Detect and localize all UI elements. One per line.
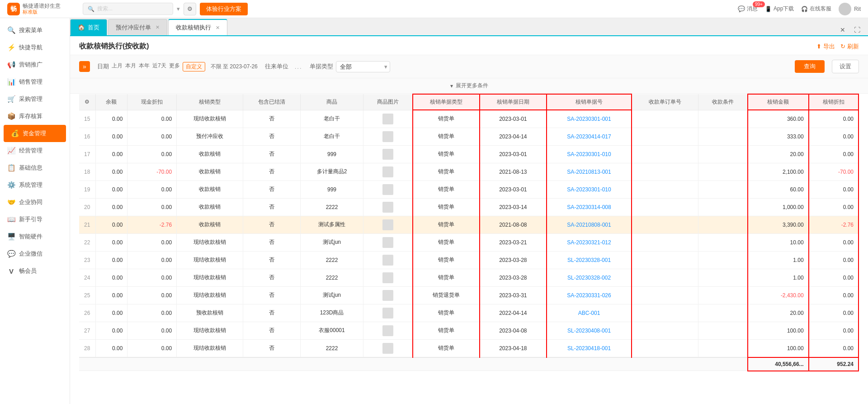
td-writeoff-amount: 3,390.00	[748, 216, 809, 233]
td-writeoff-discount: 0.00	[809, 269, 859, 286]
sidebar-item-quick-nav[interactable]: ⚡ 快捷导航	[0, 39, 70, 56]
voucher-type-select[interactable]: 全部	[336, 61, 390, 72]
sidebar-item-guide[interactable]: 📖 新手引导	[0, 211, 70, 228]
td-receipt-order-no	[632, 286, 698, 304]
maximize-button[interactable]: ⛶	[852, 24, 863, 35]
voucher-no-link[interactable]: SA-20230414-017	[567, 133, 611, 140]
td-writeoff-type: 预收款核销	[177, 304, 243, 322]
td-voucher-type: 销货单	[413, 181, 480, 198]
filter-expand-button[interactable]: »	[79, 61, 90, 72]
message-icon[interactable]: 💬 消息 99+	[738, 5, 758, 13]
td-writeoff-discount: 0.00	[809, 198, 859, 216]
close-icon[interactable]: ✕	[156, 24, 160, 30]
voucher-no-link[interactable]: SA-20230301-010	[567, 186, 611, 193]
td-writeoff-amount: 1.00	[748, 269, 809, 286]
date-this-year[interactable]: 本年	[139, 62, 150, 71]
td-writeoff-discount: 0.00	[809, 339, 859, 357]
td-writeoff-discount: 0.00	[809, 251, 859, 269]
refresh-button[interactable]: ↻ 刷新	[840, 43, 859, 51]
sidebar-item-collab[interactable]: 🤝 企业协同	[0, 194, 70, 211]
sidebar-item-marketing[interactable]: 📢 营销推广	[0, 56, 70, 73]
chevron-down-icon[interactable]: ▾	[177, 5, 180, 12]
td-voucher-no: SA-20210808-001	[547, 216, 632, 233]
sidebar-item-purchase[interactable]: 🛒 采购管理	[0, 90, 70, 108]
date-range-display: 不限 至 2023-07-26	[211, 63, 258, 71]
date-7days[interactable]: 近7天	[152, 62, 166, 71]
settings-button[interactable]: 设置	[832, 60, 859, 73]
td-goods-img	[363, 322, 413, 339]
td-writeoff-discount: -70.00	[809, 163, 859, 181]
sidebar-item-label: 经营管理	[19, 147, 42, 155]
voucher-no-link[interactable]: SA-20230331-026	[567, 292, 611, 299]
date-quick-links: 上月 本月 本年 近7天 更多 自定义	[112, 62, 205, 71]
voucher-no-link[interactable]: SL-20230408-001	[567, 328, 611, 334]
td-receipt-condition	[698, 110, 748, 128]
td-receipt-condition	[698, 304, 748, 322]
td-voucher-type: 销货单	[413, 322, 480, 339]
app-download[interactable]: 📱 App下载	[765, 5, 794, 13]
td-voucher-no: SL-20230328-001	[547, 251, 632, 269]
voucher-no-link[interactable]: SA-20230321-012	[567, 239, 611, 246]
td-balance: 0.00	[95, 251, 127, 269]
tab-home[interactable]: 🏠 首页	[70, 19, 107, 35]
voucher-no-link[interactable]: SA-20230301-001	[567, 116, 611, 122]
td-cash-discount: 0.00	[127, 286, 177, 304]
td-writeoff-type: 收款核销	[177, 145, 243, 163]
query-button[interactable]: 查询	[795, 60, 825, 73]
more-conditions-button[interactable]: ▾ 展开更多条件	[443, 80, 495, 91]
tab-prepay[interactable]: 预付冲应付单 ✕	[108, 19, 167, 35]
export-button[interactable]: ⬆ 导出	[816, 43, 835, 51]
voucher-no-link[interactable]: ABC-001	[578, 310, 600, 316]
solution-button[interactable]: 体验行业方案	[200, 3, 248, 15]
sidebar-item-label: 快捷导航	[19, 43, 42, 52]
date-custom-button[interactable]: 自定义	[183, 62, 205, 71]
voucher-no-link[interactable]: SA-20230314-008	[567, 204, 611, 210]
voucher-no-link[interactable]: SA-20210813-001	[567, 169, 611, 175]
td-voucher-type: 销货退货单	[413, 286, 480, 304]
th-settings[interactable]: ⚙	[79, 94, 95, 110]
table-row: 18 0.00 -70.00 收款核销 否 多计量商品2 销货单 2021-08…	[79, 163, 859, 181]
td-writeoff-amount: 1,000.00	[748, 198, 809, 216]
sidebar-item-search[interactable]: 🔍 搜索菜单	[0, 22, 70, 39]
date-this-month[interactable]: 本月	[125, 62, 136, 71]
close-icon[interactable]: ✕	[216, 25, 220, 31]
sidebar-item-system[interactable]: ⚙️ 系统管理	[0, 176, 70, 194]
date-prev-month[interactable]: 上月	[112, 62, 123, 71]
sidebar-item-basic-info[interactable]: 📋 基础信息	[0, 159, 70, 176]
td-cash-discount: 0.00	[127, 198, 177, 216]
voucher-no-link[interactable]: SA-20230301-010	[567, 151, 611, 157]
td-included: 否	[243, 339, 301, 357]
voucher-no-link[interactable]: SA-20210808-001	[567, 222, 611, 228]
date-more[interactable]: 更多	[169, 62, 180, 71]
voucher-no-link[interactable]: SL-20230418-001	[567, 345, 611, 352]
sidebar-item-wecom[interactable]: 💬 企业微信	[0, 245, 70, 262]
sidebar-item-sales[interactable]: 📊 销售管理	[0, 73, 70, 90]
sidebar-item-vip[interactable]: V 畅会员	[0, 262, 70, 280]
sidebar-item-hardware[interactable]: 🖥️ 智能硬件	[0, 228, 70, 245]
td-id: 17	[79, 145, 95, 163]
search-box[interactable]: 🔍 搜索...	[83, 3, 173, 15]
td-balance: 0.00	[95, 128, 127, 145]
table-row: 26 0.00 0.00 预收款核销 否 123D商品 销货单 2022-04-…	[79, 304, 859, 322]
online-service[interactable]: 🎧 在线客服	[801, 5, 831, 13]
gear-button[interactable]: ⚙	[184, 3, 196, 15]
td-balance: 0.00	[95, 233, 127, 251]
table-row: 28 0.00 0.00 现结收款核销 否 2222 销货单 2023-04-1…	[79, 339, 859, 357]
td-voucher-date: 2023-03-28	[480, 251, 547, 269]
sidebar-item-finance[interactable]: 💰 资金管理	[4, 125, 66, 142]
tab-writeoff[interactable]: 收款核销执行 ✕	[168, 19, 227, 35]
sidebar-item-inventory[interactable]: 📦 库存核算	[0, 108, 70, 125]
sidebar-item-label: 企业协同	[19, 198, 42, 206]
th-balance: 余额	[95, 94, 127, 110]
sidebar-item-operations[interactable]: 📈 经营管理	[0, 142, 70, 159]
td-receipt-condition	[698, 128, 748, 145]
voucher-no-link[interactable]: SL-20230328-002	[567, 275, 611, 281]
system-icon: ⚙️	[7, 181, 15, 189]
td-writeoff-type: 现结收款核销	[177, 110, 243, 128]
purchase-icon: 🛒	[7, 95, 15, 103]
page-header: 收款核销执行(按收款) ⬆ 导出 ↻ 刷新	[70, 36, 868, 55]
user-area[interactable]: Rit	[839, 3, 861, 15]
vip-icon: V	[7, 267, 15, 275]
close-window-button[interactable]: ✕	[837, 24, 848, 35]
voucher-no-link[interactable]: SL-20230328-001	[567, 257, 611, 263]
